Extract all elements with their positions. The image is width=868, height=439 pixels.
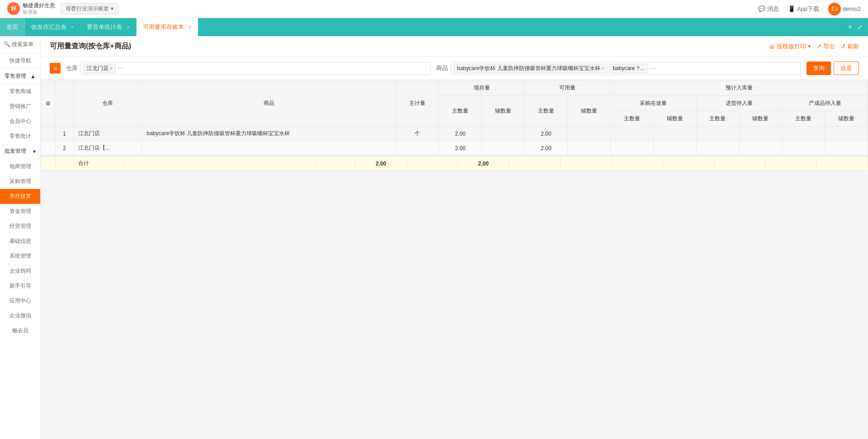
sidebar-item-vip[interactable]: 畅会员 (0, 323, 40, 338)
th-stock-main: 主数量 (439, 96, 482, 127)
product-filter-tags[interactable]: babycare学饮杯 儿童防摔防撞吸管杯重力球吸嘴杯宝宝水杯 × babyca… (451, 62, 801, 75)
table-body: 1 江北门店 babycare学饮杯 儿童防摔防撞吸管杯重力球吸嘴杯宝宝水杯 个… (41, 127, 868, 156)
quick-nav-label: 快捷导航 (9, 57, 31, 64)
tab-close-receive-pay[interactable]: × (71, 24, 74, 30)
footer-pur-pending-main (663, 156, 714, 171)
th-num (56, 80, 74, 127)
user-menu[interactable]: Ea demo2 (828, 3, 861, 15)
sidebar-item-purchase[interactable]: 采购管理 (0, 174, 40, 189)
sidebar-quick-nav[interactable]: 快捷导航 (0, 53, 40, 69)
operations-label: 经营管理 (9, 223, 31, 229)
td-prod-pending-main-0 (782, 127, 825, 141)
top-bar-right: 💬 消息 📱 App下载 Ea demo2 (758, 3, 861, 15)
th-avail-group: 可用量 (525, 80, 611, 96)
sidebar-item-basic-info[interactable]: 基础信息 (0, 234, 40, 249)
warehouse-filter-tags[interactable]: 江北门店 × ··· (80, 62, 431, 75)
td-pur-transit-aux-0 (653, 127, 696, 141)
sidebar-search[interactable]: 🔍 搜索菜单 (0, 36, 40, 53)
sidebar-item-ecommerce[interactable]: 电商管理 (0, 159, 40, 174)
gear-icon[interactable]: ⚙ (46, 100, 51, 107)
message-label: 消息 (767, 5, 779, 13)
td-setting-1 (41, 141, 56, 156)
tab-home[interactable]: 首页 (0, 18, 25, 36)
product-filter-group: 商品 babycare学饮杯 儿童防摔防撞吸管杯重力球吸嘴杯宝宝水杯 × bab… (436, 62, 801, 75)
nav-expand-btn[interactable]: ⤢ (855, 21, 864, 33)
footer-label: 合计 (74, 156, 125, 171)
sidebar-item-app-center[interactable]: 应用中心 (0, 293, 40, 308)
product-tag-text-1: babycare？... (613, 65, 645, 72)
th-pur-transit-aux: 辅数量 (653, 111, 696, 127)
sidebar-item-new-guide[interactable]: 新手引导 (0, 279, 40, 293)
sidebar-item-retail-mall[interactable]: 零售商城 (0, 84, 40, 99)
page-header: 可用量查询(按仓库+商品) 🖨 按模板打印 ▾ ↗ 导出 ↺ 刷新 (41, 36, 868, 57)
nav-close-btn[interactable]: × (846, 21, 854, 33)
td-unit-1 (396, 141, 439, 156)
td-unit-0: 个 (396, 127, 439, 141)
warehouse-filter-group: 仓库 江北门店 × ··· (66, 62, 431, 75)
retail-label: 零售管理 (5, 72, 26, 80)
query-btn[interactable]: 查询 (807, 61, 831, 75)
receive-pay-label: 收发存汇总表 (31, 23, 66, 31)
th-stock-group: 现存量 (439, 80, 525, 96)
footer-avail-aux (509, 156, 560, 171)
footer-prod-pending-aux (816, 156, 868, 171)
home-label: 首页 (6, 23, 18, 31)
sidebar-item-wechat[interactable]: 企业微信 (0, 308, 40, 323)
sidebar-item-retail[interactable]: 零售管理 ▲ (0, 69, 40, 84)
refresh-btn[interactable]: ↺ 刷新 (840, 42, 859, 51)
sidebar-item-system[interactable]: 系统管理 (0, 249, 40, 264)
export-btn[interactable]: ↗ 导出 (816, 42, 835, 51)
tab-receive-pay[interactable]: 收发存汇总表 × (25, 18, 80, 36)
sidebar-item-finance[interactable]: 资金管理 (0, 204, 40, 219)
filter-dots-product[interactable]: ··· (650, 64, 656, 72)
sidebar-item-enterprise[interactable]: 企业协同 (0, 264, 40, 279)
tab-available-stock[interactable]: 可用量库存账本 × (137, 18, 198, 36)
th-pur-pending: 进货待入量 (696, 96, 782, 111)
footer-unit-spacer (317, 156, 355, 171)
ecommerce-label: 电商管理 (9, 163, 31, 170)
td-avail-aux-0 (567, 127, 610, 141)
footer-avail-main: 2.00 (458, 156, 509, 171)
filter-dots-warehouse[interactable]: ··· (118, 64, 123, 72)
app-download-btn[interactable]: 📱 App下载 (788, 5, 819, 13)
basic-info-label: 基础信息 (9, 238, 31, 244)
sidebar-item-retail-stats[interactable]: 零售统计 (0, 129, 40, 144)
message-btn[interactable]: 💬 消息 (758, 5, 779, 13)
th-stock-aux: 辅数量 (482, 96, 525, 127)
product-tag-close-0[interactable]: × (602, 66, 604, 71)
tab-order-stat[interactable]: 要货单统计表 × (80, 18, 136, 36)
settings-btn[interactable]: 设置 (834, 61, 859, 75)
product-tag-0: babycare学饮杯 儿童防摔防撞吸管杯重力球吸嘴杯宝宝水杯 × (454, 64, 608, 73)
td-pur-transit-main-1 (610, 141, 653, 156)
export-icon: ↗ (816, 43, 821, 50)
th-avail-aux: 辅数量 (567, 96, 610, 127)
footer-pur-pending-aux (714, 156, 765, 171)
sidebar-item-marketing[interactable]: 营销推广 (0, 99, 40, 114)
th-pur-pending-main: 主数量 (696, 111, 739, 127)
table-scroll-wrapper[interactable]: ⚙ 仓库 商品 主计量 现存量 可用量 预计入库量 主数量 辅数量 主数量 (41, 80, 868, 439)
purchase-label: 采购管理 (9, 178, 31, 184)
search-label: 搜索菜单 (12, 41, 33, 47)
new-guide-label: 新手引导 (9, 283, 31, 289)
warehouse-tag-close-0[interactable]: × (110, 66, 113, 71)
sidebar-item-wholesale[interactable]: 批发管理 ▾ (0, 144, 40, 159)
sidebar-item-operations[interactable]: 经营管理 (0, 219, 40, 234)
th-setting[interactable]: ⚙ (41, 80, 56, 127)
td-warehouse-1: 江北门店【... (74, 141, 142, 156)
tab-close-available-stock[interactable]: × (189, 24, 191, 30)
content-area: 可用量查询(按仓库+商品) 🖨 按模板打印 ▾ ↗ 导出 ↺ 刷新 » (41, 36, 868, 439)
sidebar-item-member[interactable]: 会员中心 (0, 114, 40, 129)
print-btn[interactable]: 🖨 按模板打印 ▾ (769, 42, 811, 51)
product-filter-label: 商品 (436, 64, 448, 72)
filter-expand-btn[interactable]: » (50, 63, 61, 74)
sidebar-item-inventory[interactable]: 库存核算 (0, 189, 40, 204)
retail-stats-label: 零售统计 (9, 133, 31, 139)
filter-bar: » 仓库 江北门店 × ··· 商品 babycare学饮杯 儿童防摔防撞吸管杯… (41, 57, 868, 80)
template-selector[interactable]: 母婴行业演示账套 ▾ (61, 3, 118, 14)
filter-actions: 查询 设置 (807, 61, 859, 75)
tab-close-order-stat[interactable]: × (127, 24, 129, 30)
system-label: 系统管理 (9, 253, 31, 259)
td-stock-main-1: 2.00 (439, 141, 482, 156)
td-product-1 (142, 141, 396, 156)
export-label: 导出 (823, 42, 835, 51)
